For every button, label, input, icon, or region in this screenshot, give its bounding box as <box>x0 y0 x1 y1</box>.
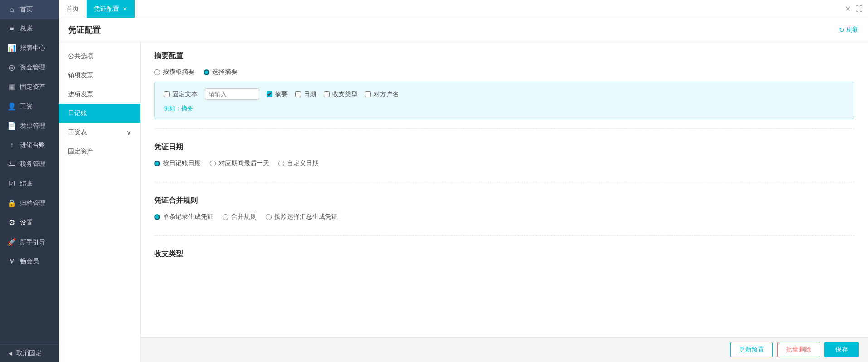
summary-config-section: 摘要配置 按模板摘要 选择摘要 <box>154 51 854 129</box>
radio-by-journal-date[interactable]: 按日记账日期 <box>154 159 201 167</box>
radio-select-summary-label: 选择摘要 <box>212 68 238 76</box>
radio-merge-rules-input[interactable] <box>223 214 228 220</box>
radio-by-last-day-label: 对应期间最后一天 <box>218 159 269 167</box>
sidebar-item-home[interactable]: ⌂ 首页 <box>0 0 59 19</box>
sidebar-item-purchase-sales-label: 进销台账 <box>20 141 45 149</box>
sidebar-item-payroll-label: 工资 <box>20 103 33 111</box>
tab-close-icon[interactable]: ✕ <box>123 6 127 12</box>
radio-by-journal-date-input[interactable] <box>154 161 160 166</box>
update-preview-button[interactable]: 更新预置 <box>730 342 773 357</box>
sidebar-item-assets-label: 固定资产 <box>20 83 45 91</box>
left-nav-item-journal[interactable]: 日记账 <box>59 104 140 123</box>
tax-icon: 🏷 <box>7 160 16 168</box>
radio-merge-rules[interactable]: 合并规则 <box>223 213 257 221</box>
cb-type[interactable]: 收支类型 <box>324 90 358 98</box>
sidebar-item-purchase-sales[interactable]: ↕ 进销台账 <box>0 136 59 155</box>
assets-icon: ▦ <box>7 83 16 91</box>
radio-select-summary-input[interactable] <box>204 69 209 75</box>
radio-merge-rules-label: 合并规则 <box>231 213 257 221</box>
sidebar-item-payroll[interactable]: 👤 工资 <box>0 97 59 116</box>
cb-type-label: 收支类型 <box>332 90 358 98</box>
cb-fixed-text[interactable]: 固定文本 <box>164 90 198 98</box>
sidebar-item-assets[interactable]: ▦ 固定资产 <box>0 77 59 97</box>
left-nav-item-payroll-table[interactable]: 工资表 ∨ <box>59 123 140 142</box>
summary-config-title: 摘要配置 <box>154 51 854 61</box>
sidebar-item-settings[interactable]: ⚙ 设置 <box>0 213 59 232</box>
cb-summary-input[interactable] <box>267 91 272 97</box>
voucher-date-radio-group: 按日记账日期 对应期间最后一天 自定义日期 <box>154 159 854 167</box>
left-nav-item-public[interactable]: 公共选项 <box>59 47 140 66</box>
left-arrow-icon: ◄ <box>7 350 14 357</box>
sidebar-item-tax[interactable]: 🏷 税务管理 <box>0 155 59 174</box>
radio-custom-date-input[interactable] <box>278 161 284 166</box>
tab-voucher-config-label: 凭证配置 <box>94 5 119 13</box>
sidebar-item-ledger[interactable]: ≡ 总账 <box>0 19 59 38</box>
save-button[interactable]: 保存 <box>824 342 859 357</box>
window-close-icon[interactable]: ✕ <box>845 5 851 13</box>
merge-rules-title: 凭证合并规则 <box>154 196 854 205</box>
merge-rules-radio-group: 单条记录生成凭证 合并规则 按照选择汇总生成凭证 <box>154 213 854 221</box>
ledger-icon: ≡ <box>7 24 16 33</box>
sidebar-item-closing[interactable]: ☑ 结账 <box>0 174 59 193</box>
radio-by-last-day[interactable]: 对应期间最后一天 <box>210 159 269 167</box>
tab-voucher-config[interactable]: 凭证配置 ✕ <box>87 0 135 18</box>
sidebar-item-invoices[interactable]: 📄 发票管理 <box>0 116 59 136</box>
sidebar-item-guide[interactable]: 🚀 新手引导 <box>0 232 59 252</box>
tab-bar: 首页 凭证配置 ✕ ✕ ⛶ <box>59 0 868 18</box>
left-nav-fixed-assets-label: 固定资产 <box>68 147 93 156</box>
radio-select-summary[interactable]: 选择摘要 <box>204 68 238 76</box>
home-icon: ⌂ <box>7 5 16 14</box>
sidebar-item-archive[interactable]: 🔒 归档管理 <box>0 193 59 213</box>
sidebar-item-vip-label: 畅会员 <box>20 257 39 265</box>
cb-summary-label: 摘要 <box>275 90 288 98</box>
radio-template-summary[interactable]: 按模板摘要 <box>154 68 194 76</box>
cb-fixed-text-input[interactable] <box>164 91 170 97</box>
radio-custom-date-label: 自定义日期 <box>287 159 319 167</box>
sidebar-item-guide-label: 新手引导 <box>20 238 45 246</box>
radio-by-last-day-input[interactable] <box>210 161 216 166</box>
cb-summary[interactable]: 摘要 <box>267 90 288 98</box>
cb-counterpart-input[interactable] <box>365 91 371 97</box>
tab-home[interactable]: 首页 <box>59 0 87 18</box>
example-text: 例如：摘要 <box>164 104 845 113</box>
radio-batch-generate-input[interactable] <box>266 214 272 220</box>
radio-template-summary-input[interactable] <box>154 69 160 75</box>
left-nav-item-purchase-invoice[interactable]: 进项发票 <box>59 85 140 104</box>
purchase-sales-icon: ↕ <box>7 141 16 149</box>
guide-icon: 🚀 <box>7 238 16 246</box>
refresh-label: 刷新 <box>846 26 859 34</box>
cb-date-label: 日期 <box>304 90 316 98</box>
radio-single-record-input[interactable] <box>154 214 160 220</box>
left-nav: 公共选项 销项发票 进项发票 日记账 工资表 ∨ 固定资产 <box>59 42 141 362</box>
radio-custom-date[interactable]: 自定义日期 <box>278 159 319 167</box>
radio-single-record[interactable]: 单条记录生成凭证 <box>154 213 213 221</box>
sidebar-item-vip[interactable]: V 畅会员 <box>0 252 59 271</box>
merge-rules-section: 凭证合并规则 单条记录生成凭证 合并规则 <box>154 196 854 236</box>
batch-delete-button[interactable]: 批量删除 <box>777 342 820 357</box>
vip-icon: V <box>7 257 16 265</box>
funds-icon: ◎ <box>7 63 16 72</box>
left-nav-item-sales-invoice[interactable]: 销项发票 <box>59 66 140 85</box>
reports-icon: 📊 <box>7 44 16 52</box>
sidebar-item-funds[interactable]: ◎ 资金管理 <box>0 58 59 77</box>
radio-batch-generate[interactable]: 按照选择汇总生成凭证 <box>266 213 338 221</box>
cb-date-input[interactable] <box>295 91 301 97</box>
unpin-label: 取消固定 <box>16 349 42 357</box>
window-resize-icon[interactable]: ⛶ <box>855 5 863 13</box>
receipt-type-title: 收支类型 <box>154 249 854 259</box>
cb-type-input[interactable] <box>324 91 330 97</box>
radio-single-record-label: 单条记录生成凭证 <box>163 213 213 221</box>
cb-date[interactable]: 日期 <box>295 90 316 98</box>
left-nav-item-fixed-assets[interactable]: 固定资产 <box>59 142 140 161</box>
fixed-text-input[interactable] <box>205 88 259 100</box>
chevron-down-icon: ∨ <box>126 129 131 136</box>
voucher-date-section: 凭证日期 按日记账日期 对应期间最后一天 <box>154 142 854 182</box>
sidebar-unpin-button[interactable]: ◄ 取消固定 <box>0 344 59 362</box>
sidebar: ⌂ 首页 ≡ 总账 📊 报表中心 ◎ 资金管理 ▦ 固定资产 👤 工资 📄 发票… <box>0 0 59 362</box>
sidebar-item-invoices-label: 发票管理 <box>20 122 45 130</box>
refresh-button[interactable]: ↻ 刷新 <box>839 26 859 34</box>
sidebar-item-reports[interactable]: 📊 报表中心 <box>0 38 59 58</box>
cb-counterpart-label: 对方户名 <box>373 90 399 98</box>
cb-counterpart[interactable]: 对方户名 <box>365 90 399 98</box>
tab-home-label: 首页 <box>66 5 79 13</box>
